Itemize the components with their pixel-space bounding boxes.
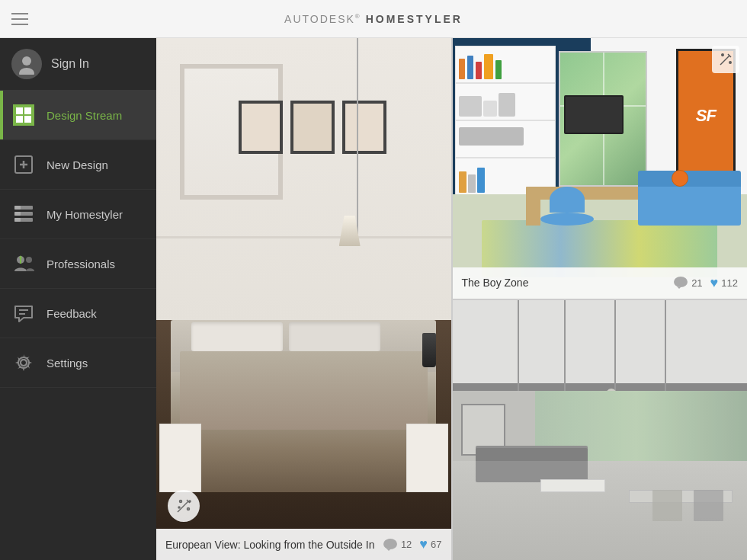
bedroom-like-count: 67: [431, 539, 441, 550]
sidebar-item-label: Professionals: [46, 258, 115, 270]
svg-rect-7: [14, 212, 21, 216]
svg-rect-6: [14, 206, 21, 210]
design-card-boysroom[interactable]: SF: [453, 38, 748, 299]
sidebar-item-label: Feedback: [46, 307, 97, 320]
hamburger-button[interactable]: [11, 13, 28, 25]
svg-point-10: [26, 257, 32, 263]
boysroom-title: The Boy Zone: [462, 277, 674, 289]
design-card-modernhouse[interactable]: [453, 300, 748, 561]
sidebar-item-label: My Homestyler: [46, 208, 123, 221]
modernhouse-image: [453, 300, 748, 561]
professionals-icon: [11, 251, 36, 276]
app-title: AUTODESK® HOMESTYLER: [284, 13, 463, 25]
sidebar-item-settings[interactable]: Settings: [0, 338, 156, 388]
svg-line-27: [720, 59, 726, 65]
bedroom-title: European View: Looking from the Outside …: [165, 539, 383, 551]
sidebar-item-my-homestyler[interactable]: My Homestyler: [0, 190, 156, 239]
design-stream-icon: [11, 103, 36, 127]
comment-icon: [673, 275, 688, 290]
boysroom-stats: 21 ♥ 112: [673, 275, 738, 291]
svg-point-0: [22, 56, 31, 66]
settings-icon: [11, 350, 36, 375]
svg-line-28: [726, 56, 729, 59]
svg-point-21: [180, 501, 182, 503]
svg-rect-8: [14, 218, 21, 222]
svg-point-16: [21, 360, 27, 366]
title-prefix: AUTODESK: [284, 13, 355, 25]
svg-point-24: [189, 501, 191, 502]
bedroom-stats: 12 ♥ 67: [383, 536, 442, 552]
feedback-icon: [11, 301, 36, 325]
svg-point-30: [722, 54, 723, 56]
magic-wand-button-boysroom[interactable]: [712, 46, 739, 73]
svg-point-32: [674, 277, 688, 287]
bedroom-comment-count: 12: [401, 539, 412, 550]
boysroom-comment-count: 21: [691, 277, 702, 289]
avatar: [11, 49, 42, 79]
title-main: HOMESTYLER: [366, 13, 463, 25]
svg-point-22: [188, 508, 190, 510]
boysroom-comments: 21: [673, 275, 702, 290]
sidebar-item-label: Design Stream: [46, 109, 122, 122]
boysroom-image: SF: [453, 38, 748, 299]
sidebar: Sign In Design Stream New Design: [0, 38, 156, 560]
sidebar-item-label: New Design: [46, 158, 108, 171]
heart-icon: ♥: [710, 275, 719, 291]
comment-icon: [383, 537, 398, 552]
sidebar-item-new-design[interactable]: New Design: [0, 140, 156, 190]
sidebar-item-professionals[interactable]: Professionals: [0, 239, 156, 289]
bedroom-comments: 12: [383, 537, 412, 552]
bedroom-likes: ♥ 67: [419, 536, 441, 552]
sidebar-item-label: Settings: [46, 357, 88, 370]
sidebar-item-design-stream[interactable]: Design Stream: [0, 91, 156, 140]
heart-icon: ♥: [419, 536, 428, 552]
new-design-icon: [11, 152, 36, 177]
svg-point-25: [383, 539, 397, 549]
main-content: European View: Looking from the Outside …: [156, 38, 747, 560]
app-header: AUTODESK® HOMESTYLER: [0, 0, 747, 38]
sidebar-profile[interactable]: Sign In: [0, 38, 156, 91]
svg-rect-11: [20, 258, 21, 264]
my-homestyler-icon: [11, 202, 36, 226]
design-card-bedroom[interactable]: European View: Looking from the Outside …: [156, 38, 451, 560]
boysroom-likes: ♥ 112: [710, 275, 738, 291]
svg-point-23: [178, 507, 180, 508]
svg-point-31: [729, 62, 731, 63]
svg-point-1: [19, 68, 34, 75]
sidebar-item-feedback[interactable]: Feedback: [0, 289, 156, 338]
bedroom-card-footer: European View: Looking from the Outside …: [156, 529, 451, 560]
magic-wand-button[interactable]: [168, 490, 200, 522]
bedroom-image: [156, 38, 451, 560]
sign-in-label[interactable]: Sign In: [51, 57, 89, 71]
svg-line-19: [185, 501, 188, 504]
boysroom-like-count: 112: [721, 277, 738, 289]
boysroom-card-footer: The Boy Zone 21 ♥ 112: [453, 267, 748, 299]
